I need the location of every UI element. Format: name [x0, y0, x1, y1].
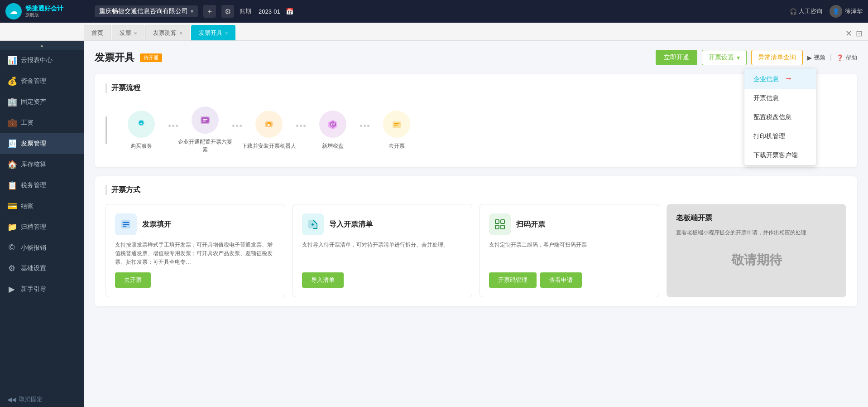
tab-invoice-open-close[interactable]: × — [225, 30, 228, 36]
add-company-button[interactable]: ＋ — [203, 5, 216, 18]
red-arrow-icon: → — [784, 74, 792, 83]
dropdown-tax-config[interactable]: 配置税盘信息 — [744, 108, 816, 127]
dropdown-printer[interactable]: 打印机管理 — [744, 127, 816, 146]
tab-invoice[interactable]: 发票 × — [112, 25, 144, 40]
sidebar-item-report-label: 小畅报销 — [21, 244, 46, 252]
pin-icon: ◀◀ — [7, 396, 16, 403]
method-fill: 发票填开 支持按照发票样式手工填开发票；可开具增值税电子普通发票、增值税普通发票… — [106, 204, 285, 297]
flow-step-3: ▶ 下载并安装开票机器人 — [242, 111, 296, 150]
method-import-footer: 导入清单 — [302, 272, 463, 288]
method-fill-header: 发票填开 — [115, 213, 276, 235]
capital-icon: 💰 — [7, 76, 16, 86]
sidebar-item-salary[interactable]: 💼 工资 — [0, 112, 84, 133]
top-right-area: 🎧 人工咨询 👤 徐泽华 — [790, 5, 863, 18]
flow-step-2: 企业开通配置开票六要素 — [178, 107, 232, 154]
fill-invoice-button[interactable]: 去开票 — [115, 272, 151, 288]
fill-icon — [115, 213, 137, 235]
import-list-button[interactable]: 导入清单 — [302, 272, 344, 288]
settings-button[interactable]: 开票设置 ▾ — [702, 50, 747, 65]
import-icon — [302, 213, 324, 235]
sidebar-item-archive[interactable]: 📁 归档管理 — [0, 217, 84, 237]
step5-icon — [383, 111, 410, 138]
sidebar-item-archive-label: 归档管理 — [21, 223, 46, 231]
tab-home-label: 首页 — [91, 29, 103, 37]
user-area[interactable]: 👤 徐泽华 — [830, 5, 863, 18]
tab-invoice-open[interactable]: 发票开具 × — [191, 25, 235, 40]
method-boss-header: 老板端开票 — [676, 213, 837, 223]
chevron-down-icon: ▾ — [191, 8, 193, 15]
sidebar-item-inventory[interactable]: 🏠 库存核算 — [0, 154, 84, 175]
sidebar-item-checkout[interactable]: 💳 结账 — [0, 196, 84, 217]
tax-icon: 📋 — [7, 180, 16, 190]
method-scan-footer: 开票码管理 查看申请 — [489, 272, 650, 288]
flow-step-1: + 购买服务 — [114, 111, 168, 150]
sidebar-scroll-up[interactable]: ▲ — [0, 41, 84, 50]
support-button[interactable]: 🎧 人工咨询 — [790, 7, 822, 15]
flow-step-5: 去开票 — [369, 111, 424, 150]
scan-view-apply-button[interactable]: 查看申请 — [540, 272, 582, 288]
settings-chevron-icon: ▾ — [737, 54, 740, 61]
headset-icon: 🎧 — [790, 8, 797, 15]
company-info-label: 企业信息 — [753, 75, 779, 82]
step2-icon — [192, 107, 219, 134]
sidebar-item-guide-label: 新手引导 — [21, 285, 46, 293]
video-button[interactable]: ▶ 视频 — [807, 53, 825, 62]
support-label: 人工咨询 — [799, 7, 822, 15]
svg-rect-4 — [201, 117, 209, 123]
activate-button[interactable]: 立即开通 — [656, 50, 697, 65]
sidebar-item-fixed-asset-label: 固定资产 — [21, 98, 46, 106]
maximize-icon[interactable]: ⊡ — [856, 29, 863, 39]
sidebar-item-fixed-asset[interactable]: 🏢 固定资产 — [0, 92, 84, 112]
fixed-asset-icon: 🏢 — [7, 97, 16, 107]
flow-step-4: 税 新增税盘 — [306, 111, 360, 150]
avatar: 👤 — [830, 5, 842, 18]
tab-invoice-calc-label: 发票测算 — [153, 29, 177, 37]
tab-invoice-label: 发票 — [120, 29, 131, 37]
sidebar-item-tax-label: 税务管理 — [21, 181, 46, 189]
company-selector[interactable]: 重庆畅捷交通信息咨询有限公司 ▾ — [95, 5, 198, 17]
step4-icon: 税 — [319, 111, 346, 138]
tab-invoice-close[interactable]: × — [134, 30, 137, 36]
sidebar-item-invoice-label: 发票管理 — [21, 140, 46, 148]
sidebar-item-tax[interactable]: 📋 税务管理 — [0, 175, 84, 196]
sidebar-item-report[interactable]: © 小畅报销 — [0, 237, 84, 258]
tab-bar-right: ✕ ⊡ — [840, 29, 868, 40]
sidebar-item-inventory-label: 库存核算 — [21, 160, 46, 169]
dropdown-download-client[interactable]: 下载开票客户端 — [744, 146, 816, 165]
tab-invoice-calc[interactable]: 发票测算 × — [145, 25, 190, 40]
sidebar-item-settings[interactable]: ⚙ 基础设置 — [0, 258, 84, 279]
settings-icon[interactable]: ⚙ — [221, 5, 234, 18]
dropdown-invoice-info[interactable]: 开票信息 — [744, 89, 816, 108]
billing-section-title: 开票方式 — [106, 185, 846, 195]
settings-nav-icon: ⚙ — [7, 263, 16, 273]
close-window-icon[interactable]: ✕ — [845, 29, 852, 39]
top-bar: ☁ 畅捷通好会计 旗舰版 重庆畅捷交通信息咨询有限公司 ▾ ＋ ⚙ 账期 202… — [0, 0, 868, 23]
sidebar-item-invoice[interactable]: 🧾 发票管理 — [0, 133, 84, 154]
scan-code-manage-button[interactable]: 开票码管理 — [489, 272, 537, 288]
method-import-title: 导入开票清单 — [329, 220, 373, 229]
archive-icon: 📁 — [7, 222, 16, 232]
sidebar-item-capital[interactable]: 💰 资金管理 — [0, 71, 84, 92]
abnormal-list-button[interactable]: 异常清单查询 — [751, 50, 803, 65]
step5-label: 去开票 — [388, 142, 405, 150]
salary-icon: 💼 — [7, 118, 16, 128]
dropdown-company-info[interactable]: 企业信息 → — [744, 68, 816, 89]
svg-rect-22 — [501, 220, 504, 223]
flow-left-border — [106, 116, 107, 144]
help-button[interactable]: ❓ 帮助 — [836, 53, 857, 62]
tab-home[interactable]: 首页 — [84, 25, 111, 40]
tab-invoice-calc-close[interactable]: × — [179, 30, 182, 36]
method-boss-title: 老板端开票 — [676, 213, 712, 223]
sidebar-item-cloud-report[interactable]: 📊 云报表中心 — [0, 50, 84, 71]
flow-steps: + 购买服务 企业开通配置开票六要素 — [106, 102, 846, 158]
calendar-icon[interactable]: 📅 — [286, 8, 293, 15]
sidebar-item-salary-label: 工资 — [21, 119, 34, 127]
company-name: 重庆畅捷交通信息咨询有限公司 — [99, 7, 188, 15]
sidebar-bottom-cancel-pin[interactable]: ◀◀ 取消固定 — [0, 392, 84, 407]
connector-1 — [168, 125, 178, 136]
flow-section-title: 开票流程 — [106, 83, 846, 93]
page-header: 发票开具 待开通 立即开通 开票设置 ▾ 异常清单查询 ▶ 视频 | ❓ 帮助 — [95, 50, 857, 65]
sidebar-item-guide[interactable]: ▶ 新手引导 — [0, 279, 84, 300]
user-name: 徐泽华 — [845, 7, 863, 15]
method-scan-desc: 支持定制开票二维码，客户端可扫码开票 — [489, 241, 650, 249]
